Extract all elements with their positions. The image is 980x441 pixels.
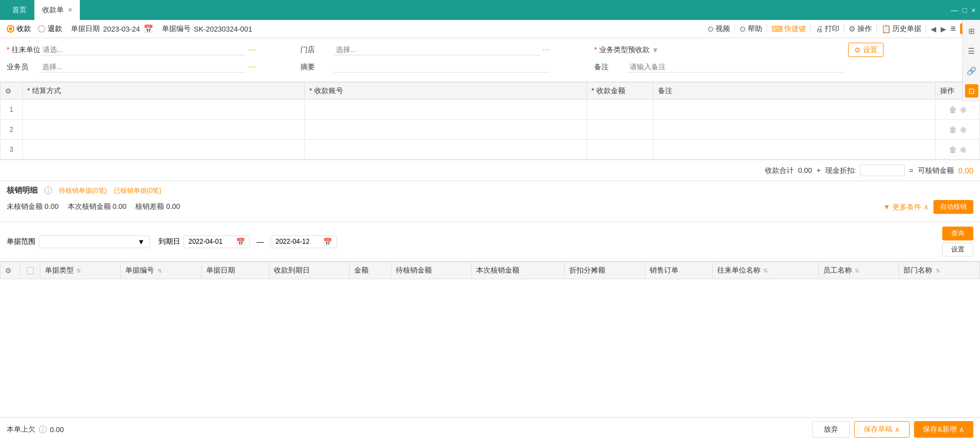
row3-amount-input[interactable] xyxy=(587,140,653,159)
tab-close-icon[interactable]: × xyxy=(68,6,72,14)
row1-remark-input[interactable] xyxy=(654,100,935,119)
auto-verify-btn[interactable]: 自动核销 xyxy=(933,200,973,214)
row1-action: 🗑 ⊕ xyxy=(936,100,980,120)
dept-sort-icon[interactable]: ⇅ xyxy=(936,268,940,274)
discard-btn[interactable]: 放弃 xyxy=(812,421,850,438)
row3-amount[interactable] xyxy=(587,140,654,160)
done-tab-link[interactable]: 已核销单据(0笔) xyxy=(114,186,162,196)
row1-account[interactable] xyxy=(305,100,587,120)
store-more-btn[interactable]: ··· xyxy=(543,45,550,55)
doc-no-sort-icon[interactable]: ⇅ xyxy=(157,268,162,274)
print-btn[interactable]: 🖨 打印 xyxy=(815,24,839,34)
row3-delete-icon[interactable]: 🗑 xyxy=(949,145,957,154)
row3-remark-input[interactable] xyxy=(654,140,935,159)
select-all-checkbox[interactable] xyxy=(27,267,34,274)
sidebar-icon-table[interactable]: ⊞ xyxy=(965,24,978,38)
radio-refund-dot xyxy=(38,25,45,33)
shortcut-btn[interactable]: ⌨ 快捷键 xyxy=(772,24,806,34)
row2-settlement-input[interactable] xyxy=(23,120,304,139)
row2-remark-input[interactable] xyxy=(654,120,935,139)
main-container: 收款 退款 单据日期 2023-03-24 📅 单据编号 SK-20230324… xyxy=(0,20,980,441)
row1-delete-icon[interactable]: 🗑 xyxy=(949,105,957,114)
discount-input[interactable] xyxy=(860,165,905,176)
divider1 xyxy=(734,24,735,33)
row3-account[interactable] xyxy=(305,140,587,160)
radio-refund[interactable]: 退款 xyxy=(38,24,62,34)
row2-account-input[interactable] xyxy=(305,120,586,139)
window-minimize[interactable]: — xyxy=(951,6,958,14)
date-from-input[interactable]: 📅 xyxy=(183,235,250,248)
row2-amount[interactable] xyxy=(587,120,654,140)
row-num-1: 1 xyxy=(1,100,23,120)
bottom-col-setting-icon[interactable]: ⚙ xyxy=(5,266,12,275)
row1-copy-icon[interactable]: ⊕ xyxy=(960,105,967,114)
menu-icon[interactable]: ≡ xyxy=(951,24,956,34)
summary-input[interactable] xyxy=(334,61,550,73)
help-label: 帮助 xyxy=(748,24,762,34)
pending-tab-link[interactable]: 待核销单据(0笔) xyxy=(59,186,107,196)
sidebar-icon-link[interactable]: 🔗 xyxy=(965,64,978,78)
row1-remark[interactable] xyxy=(654,100,936,120)
date-from-calendar-icon[interactable]: 📅 xyxy=(236,238,245,246)
query-settings-btn[interactable]: 设置 xyxy=(942,243,973,257)
row2-copy-icon[interactable]: ⊕ xyxy=(960,125,967,134)
date-from-field[interactable] xyxy=(188,238,233,245)
operation-btn[interactable]: ⚙ 操作 xyxy=(849,24,872,34)
history-btn[interactable]: 📋 历史单据 xyxy=(881,24,921,34)
video-label: 视频 xyxy=(716,24,730,34)
summary-label: 摘要 xyxy=(300,62,334,72)
store-input[interactable] xyxy=(334,44,539,55)
row2-account[interactable] xyxy=(305,120,587,140)
footer-info-icon[interactable]: i xyxy=(39,425,47,433)
staff-sort-icon[interactable]: ⇅ xyxy=(855,268,859,274)
row3-copy-icon[interactable]: ⊕ xyxy=(960,145,967,154)
row1-amount-input[interactable] xyxy=(587,100,653,119)
window-close[interactable]: × xyxy=(971,6,976,14)
row3-settlement[interactable] xyxy=(23,140,305,160)
row1-settlement[interactable] xyxy=(23,100,305,120)
row2-remark[interactable] xyxy=(654,120,936,140)
set-button[interactable]: ⚙ 设置 xyxy=(848,43,884,57)
calendar-icon[interactable]: 📅 xyxy=(144,24,153,33)
date-to-field[interactable] xyxy=(275,238,320,245)
row1-settlement-input[interactable] xyxy=(23,100,304,119)
range-select-arrow: ▼ xyxy=(137,238,145,246)
sidebar-icon-frame[interactable]: ⊡ xyxy=(965,84,978,98)
query-btn[interactable]: 查询 xyxy=(942,227,973,240)
biz-type-arrow[interactable]: ▼ xyxy=(652,46,659,54)
toolbar-right: ⊙ 视频 ⊙ 帮助 ⌨ 快捷键 🖨 打印 xyxy=(707,23,973,34)
row2-amount-input[interactable] xyxy=(587,120,653,139)
counterpart-sort-icon[interactable]: ⇅ xyxy=(763,268,768,274)
verify-info-icon[interactable]: i xyxy=(44,187,52,194)
range-select[interactable]: ▼ xyxy=(39,235,150,248)
sidebar-icon-list[interactable]: ☰ xyxy=(965,44,978,58)
counterpart-input[interactable] xyxy=(40,44,246,55)
draft-btn[interactable]: 保存草稿 ∧ xyxy=(854,421,910,438)
row2-delete-icon[interactable]: 🗑 xyxy=(949,125,957,134)
row3-remark[interactable] xyxy=(654,140,936,160)
tab-home[interactable]: 首页 xyxy=(4,0,34,20)
staff-input[interactable] xyxy=(40,61,246,73)
row3-settlement-input[interactable] xyxy=(23,140,304,159)
date-to-input[interactable]: 📅 xyxy=(270,235,337,248)
save-new-btn[interactable]: 保存&新增 ∧ xyxy=(914,421,973,438)
row1-amount[interactable] xyxy=(587,100,654,120)
col-setting-icon[interactable]: ⚙ xyxy=(5,87,12,95)
doc-type-sort-icon[interactable]: ⇅ xyxy=(76,268,81,274)
staff-more-btn[interactable]: ··· xyxy=(249,62,256,72)
counterpart-more-btn[interactable]: ··· xyxy=(249,45,256,55)
date-to-calendar-icon[interactable]: 📅 xyxy=(323,238,332,246)
row1-account-input[interactable] xyxy=(305,100,586,119)
main-table: ⚙ * 结算方式 * 收款账号 * 收款金额 备注 xyxy=(0,82,980,160)
help-btn[interactable]: ⊙ 帮助 xyxy=(739,24,762,34)
nav-next-btn[interactable]: ▶ xyxy=(941,25,946,33)
more-conditions-btn[interactable]: ▼ 更多条件 ∧ xyxy=(883,202,929,212)
video-btn[interactable]: ⊙ 视频 xyxy=(707,24,730,34)
remark-input[interactable] xyxy=(627,61,844,73)
nav-prev-btn[interactable]: ◀ xyxy=(931,25,936,33)
row2-settlement[interactable] xyxy=(23,120,305,140)
window-restore[interactable]: □ xyxy=(963,6,967,14)
row3-account-input[interactable] xyxy=(305,140,586,159)
tab-current[interactable]: 收款单 × xyxy=(34,0,80,20)
radio-receive[interactable]: 收款 xyxy=(7,24,31,34)
